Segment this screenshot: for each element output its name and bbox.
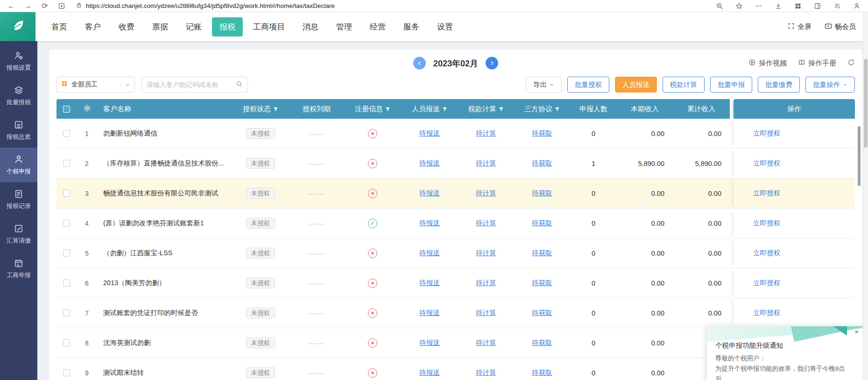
sidebar-item-tax-settings[interactable]: 报税设置 <box>0 44 37 79</box>
page-scrollbar[interactable] <box>863 12 868 380</box>
row-checkbox[interactable] <box>56 328 76 358</box>
agreement-link[interactable]: 待获取 <box>532 338 552 347</box>
authorize-now-link[interactable]: 立即授权 <box>753 129 780 138</box>
batch-authorize-button[interactable]: 批量授权 <box>567 77 609 93</box>
previous-month-button[interactable] <box>413 57 426 70</box>
topnav-item-tax[interactable]: 报税 <box>212 17 243 36</box>
topnav-item-billing[interactable]: 收费 <box>111 17 142 36</box>
save-page-icon[interactable] <box>57 1 66 11</box>
agreement-link[interactable]: 待获取 <box>532 308 552 317</box>
row-checkbox[interactable] <box>56 208 76 238</box>
agreement-link[interactable]: 待获取 <box>532 249 552 258</box>
batch-ops-button[interactable]: 批量操作 <box>805 77 855 93</box>
person-submit-link[interactable]: 待报送 <box>419 219 440 228</box>
tax-calc-link[interactable]: 待计算 <box>476 249 496 258</box>
tax-calc-link[interactable]: 待计算 <box>476 219 496 228</box>
person-submit-link[interactable]: 待报送 <box>419 159 440 168</box>
row-checkbox[interactable] <box>56 149 76 178</box>
tax-calc-link[interactable]: 待计算 <box>476 189 496 198</box>
person-submit-link[interactable]: 待报送 <box>419 368 440 377</box>
notes-icon[interactable] <box>833 1 842 11</box>
close-icon[interactable]: × <box>854 328 859 336</box>
fullscreen-button[interactable]: 全屏 <box>788 22 812 31</box>
row-checkbox[interactable] <box>56 358 76 380</box>
agreement-link[interactable]: 待获取 <box>532 219 552 228</box>
row-checkbox[interactable] <box>56 268 76 298</box>
person-submit-button[interactable]: 人员报送 <box>615 77 657 93</box>
filter-funnel-icon[interactable] <box>273 107 278 112</box>
batch-pay-button[interactable]: 批量缴费 <box>758 77 800 93</box>
refresh-button[interactable] <box>847 59 855 68</box>
topnav-item-management[interactable]: 管理 <box>329 17 360 36</box>
tax-calc-link[interactable]: 待计算 <box>476 308 496 317</box>
table-settings-button[interactable] <box>76 99 98 119</box>
column-header-person_submit[interactable]: 人员报送 <box>401 99 458 119</box>
tax-calc-link[interactable]: 待计算 <box>476 159 496 168</box>
person-submit-link[interactable]: 待报送 <box>419 249 440 258</box>
filter-funnel-icon[interactable] <box>499 107 504 112</box>
filter-funnel-icon[interactable] <box>442 107 447 112</box>
more-icon[interactable] <box>754 1 763 11</box>
tax-calc-link[interactable]: 待计算 <box>476 338 496 347</box>
sidebar-item-personal-tax[interactable]: 个税申报 <box>0 148 37 182</box>
agreement-link[interactable]: 待获取 <box>532 279 552 287</box>
tax-calc-link[interactable]: 待计算 <box>476 129 496 138</box>
app-logo[interactable] <box>0 12 35 41</box>
filter-funnel-icon[interactable] <box>555 107 560 112</box>
search-icon[interactable] <box>236 80 243 89</box>
row-checkbox[interactable] <box>56 298 76 328</box>
row-checkbox[interactable] <box>56 238 76 268</box>
topnav-item-invoices[interactable]: 票据 <box>145 17 176 36</box>
agreement-link[interactable]: 待获取 <box>532 159 552 168</box>
authorize-now-link[interactable]: 立即授权 <box>753 308 780 317</box>
forward-icon[interactable]: → <box>23 1 33 11</box>
favorites-star-icon[interactable] <box>734 1 744 11</box>
profile-icon[interactable] <box>852 1 861 11</box>
column-header-agreement[interactable]: 三方协议 <box>514 99 570 119</box>
row-checkbox[interactable] <box>56 179 76 208</box>
topnav-item-business-projects[interactable]: 工商项目 <box>246 17 292 36</box>
member-button[interactable]: 畅会员 <box>825 22 856 31</box>
select-all-checkbox[interactable] <box>56 99 76 119</box>
authorize-now-link[interactable]: 立即授权 <box>753 159 780 168</box>
row-checkbox[interactable] <box>56 119 76 148</box>
person-submit-link[interactable]: 待报送 <box>419 189 440 198</box>
agreement-link[interactable]: 待获取 <box>532 189 552 198</box>
batch-declare-button[interactable]: 批量申报 <box>710 77 752 93</box>
authorize-now-link[interactable]: 立即授权 <box>753 279 780 287</box>
agreement-link[interactable]: 待获取 <box>532 129 552 138</box>
filter-funnel-icon[interactable] <box>385 107 390 112</box>
reading-list-icon[interactable] <box>813 1 822 11</box>
column-header-auth_status[interactable]: 授权状态 <box>232 99 289 119</box>
export-button[interactable]: 导出 <box>526 77 562 93</box>
column-header-tax_calc[interactable]: 税款计算 <box>458 99 514 119</box>
sidebar-item-batch-tax[interactable]: 批量报税 <box>0 79 37 113</box>
topnav-item-customers[interactable]: 客户 <box>78 17 108 36</box>
sidebar-item-tax-records[interactable]: 报税记录 <box>0 182 37 217</box>
authorize-now-link[interactable]: 立即授权 <box>753 219 780 228</box>
topnav-item-messages[interactable]: 消息 <box>295 17 326 36</box>
topnav-item-bookkeeping[interactable]: 记账 <box>178 17 209 36</box>
tax-calc-link[interactable]: 待计算 <box>476 279 496 287</box>
operation-video-link[interactable]: 操作视频 <box>748 59 787 68</box>
tax-calc-button[interactable]: 税款计算 <box>663 77 705 93</box>
authorize-now-link[interactable]: 立即授权 <box>753 249 780 258</box>
topnav-item-home[interactable]: 首页 <box>44 17 75 36</box>
zoom-icon[interactable] <box>715 1 724 11</box>
next-month-button[interactable] <box>486 57 498 70</box>
download-icon[interactable] <box>774 1 783 11</box>
sidebar-item-annual-report[interactable]: 工商年报 <box>0 251 37 286</box>
address-bar[interactable]: https://cloud.chanjet.com/ydzee/u2tl8l6u… <box>76 2 707 10</box>
back-icon[interactable]: ← <box>7 1 16 11</box>
operation-manual-link[interactable]: 操作手册 <box>798 59 836 68</box>
topnav-item-services[interactable]: 服务 <box>396 17 427 36</box>
person-submit-link[interactable]: 待报送 <box>419 279 440 287</box>
sidebar-item-final-settlement[interactable]: 汇算清缴 <box>0 217 37 251</box>
tax-calc-link[interactable]: 待计算 <box>476 368 496 377</box>
apps-grid-icon[interactable] <box>793 1 803 11</box>
authorize-now-link[interactable]: 立即授权 <box>753 189 780 198</box>
customer-search-input[interactable] <box>147 81 233 88</box>
person-submit-link[interactable]: 待报送 <box>419 308 440 317</box>
column-header-reg_info[interactable]: 注册信息 <box>344 99 401 119</box>
table-scrollbar[interactable] <box>858 126 861 186</box>
